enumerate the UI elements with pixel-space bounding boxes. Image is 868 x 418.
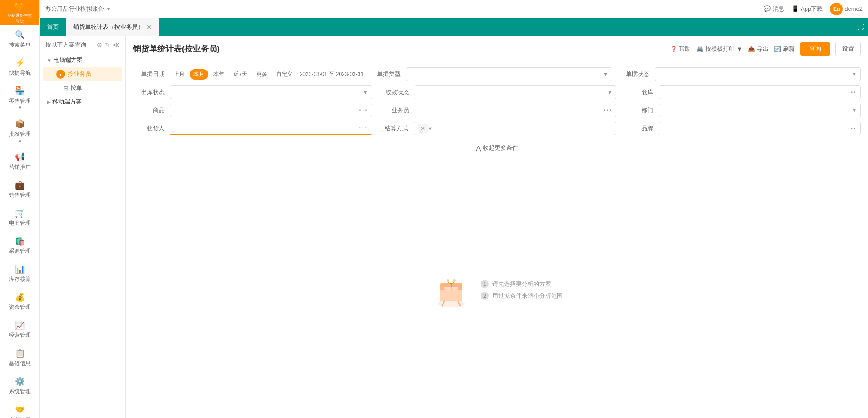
setting-button[interactable]: 设置 [835,42,861,56]
export-button[interactable]: 📤 导出 [748,45,769,53]
svg-rect-4 [444,287,458,290]
salesman-filter[interactable]: ··· [415,104,617,117]
user-profile[interactable]: Ea demo2 [830,3,863,15]
collapse-more-button[interactable]: ⋀ 收起更多条件 [133,140,861,156]
print-button[interactable]: 🖨️ 按模板打印 ▼ [696,45,742,53]
status-filter[interactable]: ▼ [655,67,861,81]
app-logo: 🧡 畅捷通好生意 标版 [0,0,40,25]
print-dropdown-icon[interactable]: ▼ [736,46,742,52]
type-filter[interactable]: ▼ [406,67,612,81]
date-tab-custom[interactable]: 自定义 [273,69,296,80]
date-tab-lastmonth[interactable]: 上月 [170,69,188,80]
sidebar-item-basicinfo[interactable]: 📋 基础信息 [0,344,39,372]
refresh-label: 刷新 [783,45,795,53]
purchase-icon: 🛍️ [15,236,25,246]
query-button[interactable]: 查询 [800,42,830,56]
sidebar-item-label: 企业协同 [9,416,31,418]
sidebar-item-ecommerce[interactable]: 🛒 电商管理 [0,204,39,232]
tree-child-sub-label: 按单 [71,84,82,92]
sidebar-item-retail[interactable]: 🏪 零售管理 ▼ [0,81,39,114]
sidebar-item-wholesale[interactable]: 📦 批发管理 ▲ [0,114,39,147]
date-tab-thisyear[interactable]: 本年 [210,69,228,80]
sidebar-item-finance[interactable]: 💰 资金管理 [0,288,39,316]
settlement-tag: ✕ [418,124,428,133]
avatar: Ea [830,3,843,15]
date-tab-thismonth[interactable]: 本月 [190,69,208,80]
help-icon: ❓ [670,46,677,52]
tree-parent-mobile[interactable]: ▶ 移动端方案 [43,95,122,109]
brand-dots: ··· [848,124,857,133]
brand-filter[interactable]: ··· [659,122,861,135]
message-label: 消息 [773,5,784,13]
logo-icon: 🧡 [14,1,25,12]
sidebar-item-search[interactable]: 🔍 搜索菜单 [0,25,39,53]
settlement-dropdown-icon: ▼ [428,126,433,131]
sidebar-item-system[interactable]: ⚙️ 系统管理 [0,372,39,400]
help-button[interactable]: ❓ 帮助 [670,45,691,53]
settlement-filter[interactable]: ✕ ▼ [414,122,616,135]
date-tab-more[interactable]: 更多 [253,69,271,80]
tab-home[interactable]: 首页 [40,18,66,36]
filter-row-3: 商品 ··· 业务员 ··· 部门 ▼ [133,104,861,117]
tab-close-button[interactable]: ✕ [146,24,152,30]
sidebar-item-label: 经营管理 [9,332,31,339]
tree-child-salesman[interactable]: ● 按业务员 [43,67,122,81]
tab-expand-button[interactable]: ⛶ [857,23,864,31]
sidebar-item-purchase[interactable]: 🛍️ 采购管理 [0,232,39,260]
breadcrumb-dropdown[interactable]: ▼ [106,6,111,12]
settlement-tag-close[interactable]: ✕ [420,125,425,132]
sidebar-item-label: 快捷导航 [9,69,31,77]
sidebar-item-sales[interactable]: 💼 销售管理 [0,176,39,204]
tab-report[interactable]: 销货单统计表（按业务员） ✕ [66,18,159,36]
collapse-panel-button[interactable]: ≪ [113,41,120,48]
receiver-filter[interactable]: ··· [170,122,371,135]
sidebar-item-quicknav[interactable]: ⚡ 快捷导航 [0,53,39,81]
tree-child-label: 按业务员 [68,70,91,78]
expand-arrow-icon: ▶ [47,100,51,104]
type-label: 单据类型 [369,70,401,78]
content: 按以下方案查询 ⊕ ✎ ≪ ▼ 电脑端方案 ● 按业务员 ⊞ [40,36,868,418]
sidebar-item-label: 零售管理 [9,97,31,105]
empty-hint-2: 2 用过滤条件来缩小分析范围 [481,292,563,300]
department-filter[interactable]: ▼ [659,104,861,117]
tree-parent-label: 移动端方案 [52,98,82,106]
hint-num-2: 2 [481,292,489,300]
status-dropdown-icon: ▼ [852,71,857,77]
date-tab-7days[interactable]: 近7天 [230,69,251,80]
sidebar-item-collab[interactable]: 🤝 企业协同 [0,400,39,418]
tree-child-order[interactable]: ⊞ 按单 [43,81,122,95]
sidebar-item-operations[interactable]: 📈 经营管理 [0,316,39,344]
filter-row-4: 收货人 ··· 结算方式 ✕ ▼ 品牌 · [133,122,861,135]
pay-status-dropdown-icon: ▼ [607,90,612,95]
pay-status-filter[interactable]: ▼ [415,86,617,99]
expand-arrow-icon: ▼ [47,58,52,63]
add-scheme-button[interactable]: ⊕ [97,41,102,48]
tab-report-label: 销货单统计表（按业务员） [73,23,144,31]
collapse-up-icon: ⋀ [476,145,481,152]
date-filter: 上月 本月 本年 近7天 更多 自定义 2023-03-01 至 2023-03… [170,67,363,81]
basicinfo-icon: 📋 [15,348,25,358]
app-download-button[interactable]: 📱 App下载 [792,5,823,13]
active-scheme-dot: ● [56,70,65,79]
quicknav-icon: ⚡ [15,58,25,68]
empty-hints: 1 请先选择要分析的方案 2 用过滤条件来缩小分析范围 [481,280,563,300]
left-panel-header: 按以下方案查询 ⊕ ✎ ≪ [40,36,125,53]
breadcrumb: 办公用品行业模拟账套 ▼ [45,5,760,13]
sidebar-item-inventory[interactable]: 📊 库存核算 [0,260,39,288]
message-icon: 💬 [764,5,771,12]
message-button[interactable]: 💬 消息 [764,5,784,13]
filter-row-1: 单据日期 上月 本月 本年 近7天 更多 自定义 2023-03-01 至 20… [133,67,861,81]
warehouse-filter[interactable]: ··· [659,86,861,99]
download-icon: 📱 [792,5,799,12]
goods-filter[interactable]: ··· [170,104,372,117]
sidebar-item-marketing[interactable]: 📢 营销推广 [0,147,39,176]
export-icon: 📤 [748,46,755,52]
out-status-filter[interactable]: ▼ [170,86,372,99]
refresh-button[interactable]: 🔄 刷新 [774,45,795,53]
goods-dots: ··· [359,106,368,114]
app-subtitle: 标版 [16,18,24,24]
edit-scheme-button[interactable]: ✎ [105,41,110,48]
app-download-label: App下载 [801,5,823,13]
tree-parent-desktop[interactable]: ▼ 电脑端方案 [43,53,122,67]
operations-icon: 📈 [15,320,25,330]
